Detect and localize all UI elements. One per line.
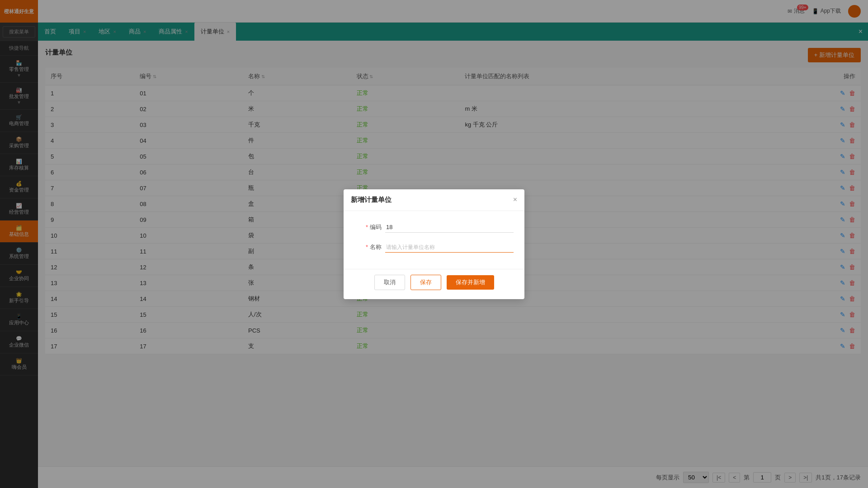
form-row-name: *名称: [354, 242, 514, 253]
save-button[interactable]: 保存: [410, 275, 441, 290]
dialog-header: 新增计量单位 ×: [344, 189, 524, 211]
form-label-name: *名称: [354, 243, 382, 251]
code-input[interactable]: [385, 222, 514, 233]
dialog-title: 新增计量单位: [351, 196, 392, 204]
dialog-close-button[interactable]: ×: [513, 196, 517, 204]
modal-overlay[interactable]: 新增计量单位 × *编码 *名称 取消 保存 保存并新增: [0, 0, 868, 488]
name-input[interactable]: [385, 242, 514, 253]
form-row-code: *编码: [354, 222, 514, 233]
dialog-body: *编码 *名称: [344, 211, 524, 269]
form-label-code: *编码: [354, 223, 382, 231]
required-star-name: *: [366, 244, 368, 250]
cancel-button[interactable]: 取消: [374, 275, 405, 290]
save-and-add-button[interactable]: 保存并新增: [447, 275, 494, 290]
add-unit-dialog: 新增计量单位 × *编码 *名称 取消 保存 保存并新增: [344, 189, 524, 299]
dialog-footer: 取消 保存 保存并新增: [344, 269, 524, 299]
required-star-code: *: [366, 224, 368, 230]
